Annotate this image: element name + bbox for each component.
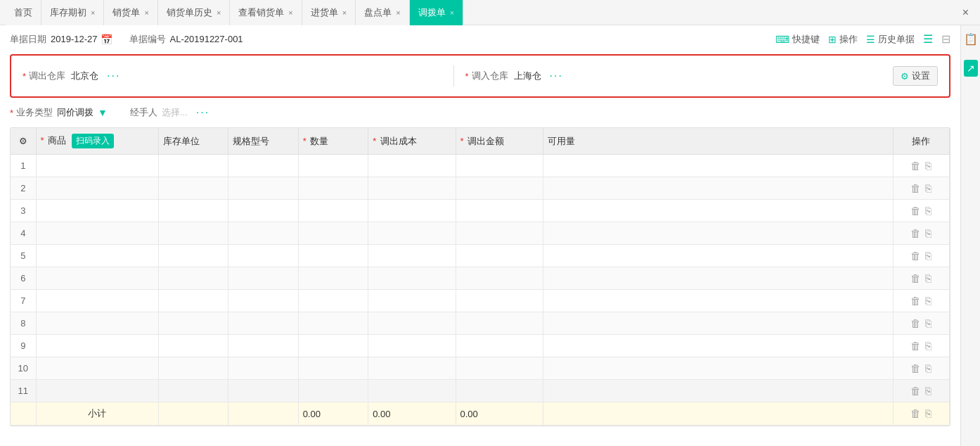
close-tab-sales[interactable]: × [144, 8, 148, 17]
warehouse-out-more[interactable]: ··· [107, 70, 120, 82]
delete-row-11-icon[interactable]: 🗑 [910, 385, 921, 397]
row-amount-3[interactable] [456, 200, 543, 222]
row-unit-3[interactable] [158, 200, 228, 222]
copy-row-5-icon[interactable]: ⎘ [925, 250, 931, 262]
delete-row-8-icon[interactable]: 🗑 [910, 317, 921, 329]
row-cost-1[interactable] [368, 155, 456, 177]
copy-row-4-icon[interactable]: ⎘ [925, 227, 931, 239]
row-spec-9[interactable] [228, 335, 299, 357]
row-qty-6[interactable] [298, 267, 368, 290]
row-qty-9[interactable] [298, 335, 368, 357]
row-product-3[interactable] [36, 200, 158, 222]
row-spec-11[interactable] [228, 380, 299, 402]
row-product-2[interactable] [36, 177, 158, 200]
col-gear[interactable]: ⚙ [11, 128, 36, 155]
row-amount-8[interactable] [456, 312, 543, 335]
copy-row-3-icon[interactable]: ⎘ [925, 205, 931, 217]
row-cost-11[interactable] [368, 380, 456, 402]
tab-inventory-init[interactable]: 库存期初 × [41, 0, 104, 25]
row-product-10[interactable] [36, 357, 158, 380]
close-tab-inventory-init[interactable]: × [91, 8, 95, 17]
copy-row-9-icon[interactable]: ⎘ [925, 340, 931, 352]
calendar-icon[interactable]: 📅 [101, 34, 112, 45]
row-product-6[interactable] [36, 267, 158, 290]
barcode-btn[interactable]: 扫码录入 [72, 134, 114, 148]
delete-row-3-icon[interactable]: 🗑 [910, 205, 921, 217]
close-tab-inventory[interactable]: × [396, 8, 400, 17]
close-tab-purchase[interactable]: × [342, 8, 347, 17]
settings-button[interactable]: ⚙ 设置 [893, 66, 938, 86]
row-amount-4[interactable] [456, 222, 543, 245]
row-cost-7[interactable] [368, 290, 456, 312]
row-amount-11[interactable] [456, 380, 543, 402]
row-cost-9[interactable] [368, 335, 456, 357]
row-qty-5[interactable] [298, 245, 368, 267]
layout-icon-grid[interactable]: ⊟ [941, 32, 950, 46]
delete-row-5-icon[interactable]: 🗑 [910, 250, 921, 262]
row-qty-11[interactable] [298, 380, 368, 402]
row-amount-2[interactable] [456, 177, 543, 200]
delete-row-9-icon[interactable]: 🗑 [910, 340, 921, 352]
layout-icon-list[interactable]: ☰ [923, 32, 933, 46]
tab-inventory[interactable]: 盘点单 × [356, 0, 409, 25]
copy-row-1-icon[interactable]: ⎘ [925, 160, 931, 172]
row-unit-11[interactable] [158, 380, 228, 402]
business-type-dropdown-icon[interactable]: ▼ [98, 107, 108, 118]
shortcut-action[interactable]: ⌨ 快捷键 [775, 33, 820, 46]
row-spec-2[interactable] [228, 177, 299, 200]
right-panel-export-icon[interactable]: ↗ [964, 60, 978, 77]
close-tab-view-sales[interactable]: × [288, 8, 292, 17]
row-amount-7[interactable] [456, 290, 543, 312]
row-product-5[interactable] [36, 245, 158, 267]
row-product-7[interactable] [36, 290, 158, 312]
row-product-1[interactable] [36, 155, 158, 177]
row-cost-5[interactable] [368, 245, 456, 267]
row-unit-7[interactable] [158, 290, 228, 312]
business-type-select[interactable]: 同价调拨 ▼ [57, 106, 108, 119]
row-spec-5[interactable] [228, 245, 299, 267]
copy-row-6-icon[interactable]: ⎘ [925, 272, 931, 284]
tab-home[interactable]: 首页 [6, 0, 41, 25]
tab-sales[interactable]: 销货单 × [104, 0, 157, 25]
copy-row-8-icon[interactable]: ⎘ [925, 317, 931, 329]
row-unit-1[interactable] [158, 155, 228, 177]
row-cost-8[interactable] [368, 312, 456, 335]
row-spec-1[interactable] [228, 155, 299, 177]
row-spec-4[interactable] [228, 222, 299, 245]
handler-value[interactable]: 选择... [162, 106, 188, 119]
row-cost-4[interactable] [368, 222, 456, 245]
row-product-9[interactable] [36, 335, 158, 357]
close-all-tabs[interactable]: × [957, 6, 974, 19]
warehouse-in-more[interactable]: ··· [550, 70, 563, 82]
close-tab-sales-history[interactable]: × [217, 8, 221, 17]
close-tab-transfer[interactable]: × [450, 8, 454, 17]
copy-row-10-icon[interactable]: ⎘ [925, 362, 931, 374]
row-qty-8[interactable] [298, 312, 368, 335]
tab-sales-history[interactable]: 销货单历史 × [158, 0, 230, 25]
row-amount-5[interactable] [456, 245, 543, 267]
row-cost-3[interactable] [368, 200, 456, 222]
copy-row-2-icon[interactable]: ⎘ [925, 182, 931, 194]
row-cost-6[interactable] [368, 267, 456, 290]
row-cost-10[interactable] [368, 357, 456, 380]
delete-row-7-icon[interactable]: 🗑 [910, 295, 921, 307]
row-unit-6[interactable] [158, 267, 228, 290]
row-qty-7[interactable] [298, 290, 368, 312]
right-panel-doc-icon[interactable]: 📋 [964, 32, 978, 46]
row-qty-10[interactable] [298, 357, 368, 380]
row-spec-10[interactable] [228, 357, 299, 380]
delete-row-2-icon[interactable]: 🗑 [910, 182, 921, 194]
operations-action[interactable]: ⊞ 操作 [828, 33, 858, 46]
row-amount-1[interactable] [456, 155, 543, 177]
row-product-4[interactable] [36, 222, 158, 245]
row-unit-8[interactable] [158, 312, 228, 335]
delete-row-10-icon[interactable]: 🗑 [910, 362, 921, 374]
tab-purchase[interactable]: 进货单 × [302, 0, 356, 25]
handler-more[interactable]: ··· [196, 106, 209, 119]
row-product-11[interactable] [36, 380, 158, 402]
delete-row-4-icon[interactable]: 🗑 [910, 227, 921, 239]
row-amount-9[interactable] [456, 335, 543, 357]
row-unit-4[interactable] [158, 222, 228, 245]
row-qty-3[interactable] [298, 200, 368, 222]
row-spec-6[interactable] [228, 267, 299, 290]
